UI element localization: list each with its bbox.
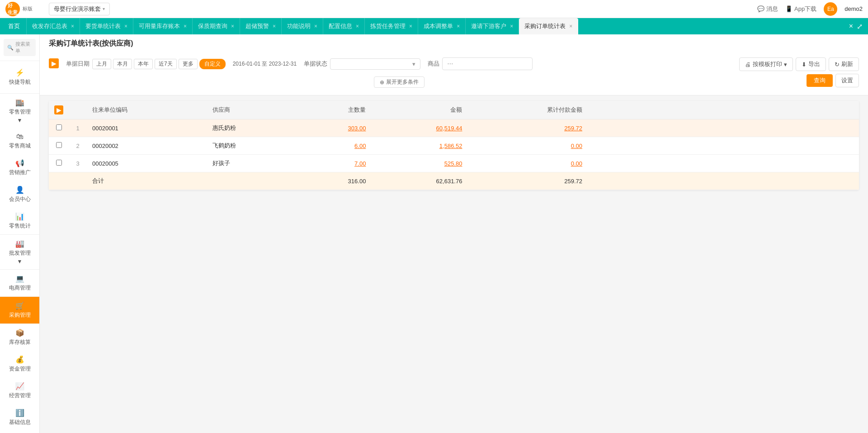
close-icon[interactable]: × — [356, 23, 359, 29]
sidebar-item-purchase[interactable]: 🛒 采购管理 — [0, 297, 39, 324]
toggle-filter-button[interactable]: ▶ — [49, 58, 59, 68]
col-header-unit-code: 往来单位编码 — [87, 101, 207, 119]
sidebar-item-finance[interactable]: 💰 资金管理 — [0, 351, 39, 377]
row-checkbox[interactable] — [56, 160, 62, 166]
chevron-down-icon: ▾ — [412, 61, 415, 67]
footer-cell-empty1 — [49, 172, 69, 190]
cell-supplier: 好孩子 — [207, 155, 297, 172]
cell-paid[interactable]: 259.72 — [467, 119, 588, 137]
close-all-icon[interactable]: × — [849, 22, 853, 30]
expand-column-button[interactable]: ▶ — [54, 105, 63, 114]
tab-gongneng[interactable]: 功能说明 × — [282, 18, 323, 34]
status-label: 单据状态 — [304, 60, 327, 68]
cell-main-qty[interactable]: 303.00 — [296, 119, 371, 137]
more-options-icon[interactable]: ··· — [447, 60, 453, 68]
status-select[interactable]: ▾ — [330, 58, 420, 70]
sidebar-item-wholesale[interactable]: 🏭 批发管理 ▼ — [0, 235, 39, 269]
footer-main-qty: 316.00 — [296, 172, 371, 190]
close-icon[interactable]: × — [569, 23, 572, 29]
sidebar-item-retail-mall[interactable]: 🛍 零售商城 — [0, 128, 39, 154]
user-avatar: Ea — [824, 2, 837, 16]
footer-cell-empty2 — [69, 172, 87, 190]
row-checkbox[interactable] — [56, 142, 62, 148]
query-button[interactable]: 查询 — [807, 74, 833, 87]
cell-extra — [588, 119, 859, 137]
print-button[interactable]: 🖨 按模板打印 ▾ — [739, 57, 793, 71]
sidebar-item-retail-stats[interactable]: 📊 零售统计 — [0, 208, 39, 234]
settings-button[interactable]: 设置 — [835, 74, 859, 87]
sidebar-item-ecommerce[interactable]: 💻 电商管理 — [0, 270, 39, 296]
btn-custom[interactable]: 自定义 — [199, 59, 226, 69]
tab-chaochu[interactable]: 超储预警 × — [240, 18, 282, 34]
tab-chengben[interactable]: 成本调整单 × — [418, 18, 466, 34]
close-icon[interactable]: × — [409, 23, 412, 29]
sidebar-item-basic[interactable]: ℹ️ 基础信息 — [0, 404, 39, 431]
cell-unit-code: 00020002 — [87, 137, 207, 155]
cell-checkbox[interactable] — [49, 155, 69, 172]
data-table: ▶ 往来单位编码 供应商 主数量 金额 累计付款金额 1 — [49, 101, 859, 190]
row-checkbox[interactable] — [56, 124, 62, 130]
sidebar-item-ops[interactable]: 📈 经营管理 — [0, 377, 39, 404]
footer-row: 合计 316.00 62,631.76 259.72 — [49, 172, 859, 190]
close-icon[interactable]: × — [124, 23, 127, 29]
sidebar-item-marketing[interactable]: 📢 营销推广 — [0, 154, 39, 181]
tab-shoufacun[interactable]: 收发存汇总表 × — [27, 18, 80, 34]
cell-supplier: 飞鹤奶粉 — [207, 137, 297, 155]
tab-caigou-active[interactable]: 采购订单统计表 × — [519, 18, 578, 34]
sidebar-search-box[interactable]: 🔍 搜索菜单 — [4, 39, 36, 56]
footer-label: 合计 — [87, 172, 296, 190]
nav-tabs: 首页 收发存汇总表 × 要货单统计表 × 可用量库存账本 × 保质期查询 × 超… — [0, 18, 868, 34]
cell-paid[interactable]: 0.00 — [467, 137, 588, 155]
cell-amount[interactable]: 60,519.44 — [371, 119, 467, 137]
btn-this-month[interactable]: 本月 — [113, 59, 132, 69]
btn-more[interactable]: 更多 — [179, 59, 198, 69]
tab-jianhuo[interactable]: 拣货任务管理 × — [365, 18, 418, 34]
tab-keyong[interactable]: 可用量库存账本 × — [133, 18, 193, 34]
marketing-icon: 📢 — [15, 159, 24, 167]
tab-yaohuo[interactable]: 要货单统计表 × — [80, 18, 133, 34]
cell-paid[interactable]: 0.00 — [467, 155, 588, 172]
print-icon: 🖨 — [745, 61, 751, 68]
table-row: 1 00020001 惠氏奶粉 303.00 60,519.44 259.72 — [49, 119, 859, 137]
date-range-text: 2016-01-01 至 2023-12-31 — [233, 60, 297, 68]
col-header-main-qty: 主数量 — [296, 101, 371, 119]
member-icon: 👤 — [15, 186, 24, 194]
sidebar-item-retail-mgmt[interactable]: 🏬 零售管理 ▼ — [0, 94, 39, 128]
expand-conditions-button[interactable]: ⊕ 展开更多条件 — [374, 76, 425, 88]
col-header-paid: 累计付款金额 — [467, 101, 588, 119]
close-icon[interactable]: × — [231, 23, 234, 29]
sidebar-item-member[interactable]: 👤 会员中心 — [0, 181, 39, 208]
close-icon[interactable]: × — [510, 23, 513, 29]
message-button[interactable]: 💬 消息 — [757, 5, 778, 13]
tab-baozhi[interactable]: 保质期查询 × — [193, 18, 240, 34]
sidebar-item-inventory[interactable]: 📦 库存核算 — [0, 324, 39, 351]
btn-this-year[interactable]: 本年 — [134, 59, 153, 69]
export-button[interactable]: ⬇ 导出 — [796, 57, 826, 71]
sidebar-search-area: 🔍 搜索菜单 — [0, 34, 39, 61]
app-download-button[interactable]: 📱 App下载 — [785, 5, 816, 13]
goods-input[interactable]: ··· — [442, 57, 533, 70]
btn-7days[interactable]: 近7天 — [155, 59, 177, 69]
close-icon[interactable]: × — [457, 23, 460, 29]
close-icon[interactable]: × — [273, 23, 276, 29]
tab-yaoqing[interactable]: 邀请下游客户 × — [466, 18, 519, 34]
cell-main-qty[interactable]: 6.00 — [296, 137, 371, 155]
close-icon[interactable]: × — [71, 23, 74, 29]
tab-peizhi[interactable]: 配置信息 × — [323, 18, 365, 34]
cell-checkbox[interactable] — [49, 137, 69, 155]
content-area: 采购订单统计表(按供应商) ▶ 单据日期 上月 本月 本年 近7天 更多 — [40, 34, 868, 433]
cell-checkbox[interactable] — [49, 119, 69, 137]
sidebar-item-quick-nav[interactable]: ⚡ 快捷导航 — [0, 64, 39, 90]
top-actions-row: 🖨 按模板打印 ▾ ⬇ 导出 ↻ 刷新 — [739, 57, 859, 71]
close-icon[interactable]: × — [184, 23, 187, 29]
workspace-selector[interactable]: 母婴行业演示账套 ▾ — [49, 3, 110, 15]
cell-amount[interactable]: 1,586.52 — [371, 137, 467, 155]
sidebar-item-sys[interactable]: ⚙️ 系统管理 — [0, 431, 39, 433]
maximize-icon[interactable]: ⤢ — [857, 22, 863, 31]
tab-home[interactable]: 首页 — [2, 18, 27, 34]
close-icon[interactable]: × — [314, 23, 317, 29]
btn-last-month[interactable]: 上月 — [92, 59, 111, 69]
cell-amount[interactable]: 525.80 — [371, 155, 467, 172]
refresh-button[interactable]: ↻ 刷新 — [829, 57, 859, 71]
cell-main-qty[interactable]: 7.00 — [296, 155, 371, 172]
